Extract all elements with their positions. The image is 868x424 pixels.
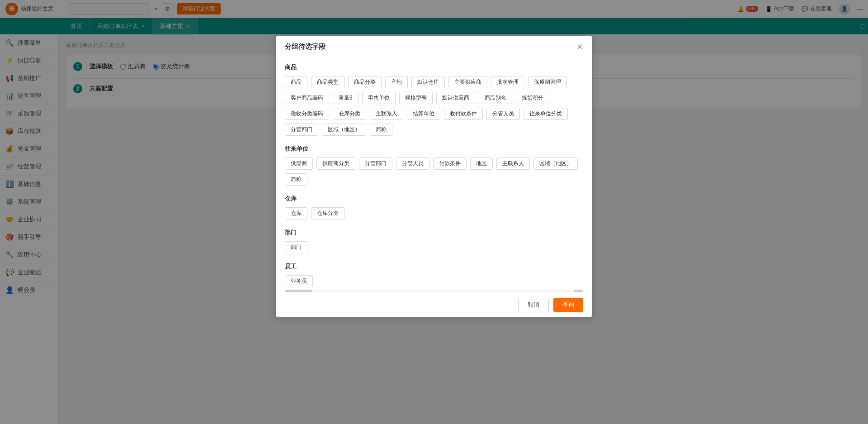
dept-field-tags: 部门 (285, 241, 583, 253)
field-tag-supplier[interactable]: 供应商 (285, 157, 313, 170)
field-tag-supervisor[interactable]: 分管人员 (486, 108, 520, 120)
section-warehouse: 仓库 仓库 仓库分类 (285, 195, 583, 219)
dialog-overlay: 分组待选字段 ✕ 商品 商品 商品类型 商品分类 产地 默认仓库 主要供应商 批… (0, 0, 868, 424)
goods-field-tags: 商品 商品类型 商品分类 产地 默认仓库 主要供应商 批次管理 保质期管理 客户… (285, 76, 583, 136)
field-tag-retail-unit[interactable]: 零售单位 (362, 92, 396, 104)
field-tag-partner-supervisor[interactable]: 分管人员 (396, 157, 429, 170)
field-tag-supplier-category[interactable]: 供应商分类 (316, 157, 355, 170)
field-tag-customer-code[interactable]: 客户商品编码 (285, 92, 329, 104)
field-tag-partner-dept[interactable]: 分管部门 (359, 157, 392, 170)
field-tag-default-supplier[interactable]: 默认供应商 (436, 92, 475, 104)
field-tag-pay-terms[interactable]: 付款条件 (433, 157, 467, 170)
field-tag-main-supplier[interactable]: 主要供应商 (448, 76, 487, 88)
field-tag-dept-in-charge[interactable]: 分管部门 (285, 124, 318, 136)
field-tag-goods-type[interactable]: 商品类型 (311, 76, 344, 88)
field-tag-partner-category[interactable]: 往来单位分类 (524, 108, 568, 120)
section-warehouse-title: 仓库 (285, 195, 583, 203)
field-tag-region[interactable]: 区域（地区） (322, 124, 366, 136)
section-dept-title: 部门 (285, 229, 583, 237)
field-tag-expiry-mgmt[interactable]: 保质期管理 (528, 76, 567, 88)
confirm-button[interactable]: 查询 (553, 298, 583, 312)
warehouse-field-tags: 仓库 仓库分类 (285, 207, 583, 219)
field-tag-payment-terms[interactable]: 收付款条件 (444, 108, 483, 120)
section-goods: 商品 商品 商品类型 商品分类 产地 默认仓库 主要供应商 批次管理 保质期管理… (285, 63, 583, 136)
field-tag-wh-category[interactable]: 仓库分类 (311, 207, 344, 219)
field-tag-partner-contact[interactable]: 主联系人 (496, 157, 530, 170)
employee-field-tags: 业务员 (285, 275, 583, 287)
dialog-title: 分组待选字段 (285, 43, 326, 51)
field-tag-short-name[interactable]: 简称 (370, 124, 392, 136)
field-tag-area[interactable]: 地区 (470, 157, 493, 170)
field-tag-default-warehouse[interactable]: 默认仓库 (411, 76, 445, 88)
section-partner: 往来单位 供应商 供应商分类 分管部门 分管人员 付款条件 地区 主联系人 区域… (285, 145, 583, 186)
section-employee-title: 员工 (285, 262, 583, 271)
field-tag-weight3[interactable]: 重量3 (333, 92, 359, 104)
field-tag-warehouse[interactable]: 仓库 (285, 207, 307, 219)
field-tag-batch-mgmt[interactable]: 批次管理 (491, 76, 524, 88)
field-tag-partner-short[interactable]: 简称 (285, 173, 307, 186)
cancel-button[interactable]: 取消 (518, 298, 549, 312)
field-tag-tax-code[interactable]: 税收分类编码 (285, 108, 329, 120)
field-tag-spec-model[interactable]: 规格型号 (399, 92, 433, 104)
field-tag-goods-alias[interactable]: 商品别名 (479, 92, 512, 104)
section-dept: 部门 部门 (285, 229, 583, 253)
field-tag-origin[interactable]: 产地 (385, 76, 408, 88)
field-tag-goods[interactable]: 商品 (285, 76, 307, 88)
field-select-dialog: 分组待选字段 ✕ 商品 商品 商品类型 商品分类 产地 默认仓库 主要供应商 批… (276, 36, 592, 317)
dialog-close-icon[interactable]: ✕ (576, 43, 583, 51)
section-partner-title: 往来单位 (285, 145, 583, 153)
field-tag-main-contact[interactable]: 主联系人 (370, 108, 403, 120)
field-tag-partner-region[interactable]: 区域（地区） (533, 157, 578, 170)
section-goods-title: 商品 (285, 63, 583, 71)
dialog-footer: 取消 查询 (276, 293, 592, 317)
field-tag-settlement-unit[interactable]: 结算单位 (407, 108, 440, 120)
field-tag-goods-category[interactable]: 商品分类 (348, 76, 382, 88)
dialog-header: 分组待选字段 ✕ (276, 36, 592, 56)
field-tag-dept[interactable]: 部门 (285, 241, 307, 253)
dialog-body: 商品 商品 商品类型 商品分类 产地 默认仓库 主要供应商 批次管理 保质期管理… (276, 56, 592, 289)
field-tag-warehouse-category[interactable]: 仓库分类 (333, 108, 366, 120)
section-employee: 员工 业务员 (285, 262, 583, 287)
field-tag-salesperson[interactable]: 业务员 (285, 275, 313, 287)
partner-field-tags: 供应商 供应商分类 分管部门 分管人员 付款条件 地区 主联系人 区域（地区） … (285, 157, 583, 186)
field-tag-pick-points[interactable]: 拣货积分 (516, 92, 549, 104)
